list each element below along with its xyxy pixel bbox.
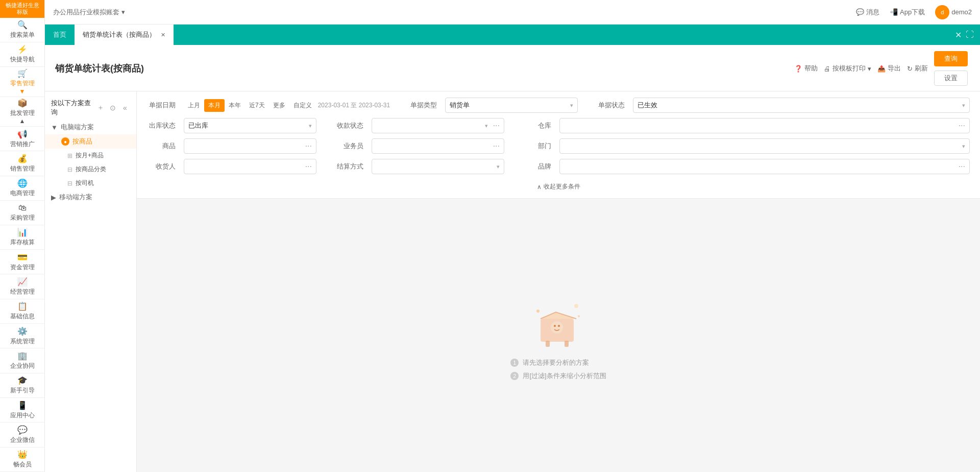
sidebar-item-finance-label: 资金管理 [10, 263, 35, 272]
type-value: 销货单 [450, 101, 567, 110]
filter-area: 单据日期 上月 本月 本年 近7天 更多 自定义 2023-03-01 至 20… [137, 91, 980, 199]
scheme-actions: ＋ ⊙ « [95, 103, 130, 113]
sidebar-item-system[interactable]: ⚙️ 系统管理 [0, 324, 44, 348]
staff-label: 业务员 [335, 141, 363, 151]
scheme-title: 按以下方案查询 [51, 99, 92, 117]
scheme-sub-item-driver[interactable]: ⊟ 按司机 [45, 176, 136, 190]
date-last-7days-btn[interactable]: 近7天 [245, 99, 269, 112]
sidebar-item-marketing-label: 营销推广 [10, 140, 35, 149]
scheme-group-mobile-title[interactable]: ▶ 移动端方案 [45, 190, 136, 204]
sidebar-item-inventory[interactable]: 📊 库存核算 [0, 225, 44, 250]
svg-point-2 [554, 325, 556, 327]
sidebar-item-purchase[interactable]: 🛍 采购管理 [0, 201, 44, 225]
svg-rect-8 [565, 341, 569, 347]
date-custom-btn[interactable]: 自定义 [289, 99, 316, 112]
sidebar-item-retail[interactable]: 🛒 零售管理 ▼ [0, 67, 44, 97]
collapse-button[interactable]: ∧ 收起更多条件 [147, 179, 970, 192]
tip-num-1: 1 [510, 359, 519, 367]
refresh-button[interactable]: ↻ 刷新 [907, 64, 928, 73]
tab-close-window-icon[interactable]: ✕ [955, 30, 962, 40]
help-button[interactable]: ❓ 帮助 [794, 64, 818, 73]
sidebar-item-member[interactable]: 👑 畅会员 [0, 447, 44, 472]
goods-dots[interactable]: ··· [305, 141, 312, 151]
scheme-sub-label-2: 按商品分类 [76, 165, 106, 174]
enterprise-icon: 🏢 [17, 351, 28, 361]
scheme-item-by-goods[interactable]: ● 按商品 [45, 134, 136, 149]
scheme-settings-icon[interactable]: ⊙ [108, 103, 118, 113]
scheme-sub-item-goods-cat[interactable]: ⊟ 按商品分类 [45, 162, 136, 176]
sidebar-item-quick-nav[interactable]: ⚡ 快捷导航 [0, 42, 44, 67]
scheme-sub-icon-2: ⊟ [67, 166, 72, 173]
app-icon: 📲 [890, 8, 898, 16]
scheme-sub-item-month-goods[interactable]: ⊞ 按月+商品 [45, 149, 136, 162]
sidebar-item-sales[interactable]: 💰 销售管理 [0, 151, 44, 176]
tab-maximize-icon[interactable]: ⛶ [966, 30, 974, 39]
scheme-panel: 按以下方案查询 ＋ ⊙ « ▼ 电脑端方案 ● 按商品 [45, 91, 137, 472]
query-button[interactable]: 查询 [934, 51, 968, 66]
sidebar-logo[interactable]: 畅捷通好生意 标版 [0, 0, 44, 18]
sidebar-item-marketing[interactable]: 📢 营销推广 [0, 127, 44, 151]
payment-control[interactable]: ▾ ··· [372, 118, 504, 133]
settle-control[interactable]: ▾ [372, 159, 504, 174]
sidebar-item-wholesale[interactable]: 📦 批发管理 ▲ [0, 97, 44, 127]
user-profile[interactable]: d demo2 [935, 5, 972, 19]
print-button[interactable]: 🖨 按模板打印 ▾ [824, 64, 871, 73]
sidebar-item-enterprise[interactable]: 🏢 企业协同 [0, 348, 44, 373]
sidebar-item-basic[interactable]: 📋 基础信息 [0, 299, 44, 324]
status-control[interactable]: 已生效 ▾ [633, 98, 970, 113]
sidebar-item-member-label: 畅会员 [13, 460, 32, 469]
warehouse-dots[interactable]: ··· [959, 121, 965, 130]
svg-point-6 [574, 304, 578, 308]
main-area: 办公用品行业模拟账套 ▾ 💬 消息 📲 App下载 d demo2 首页 [45, 0, 980, 472]
tab-sales-stat[interactable]: 销货单统计表（按商品） ✕ [75, 25, 174, 45]
scheme-sub-icon-1: ⊞ [67, 152, 72, 159]
sidebar-item-enterprise-label: 企业协同 [10, 362, 35, 370]
date-label: 单据日期 [147, 101, 176, 110]
storage-control[interactable]: 已出库 ▾ [184, 118, 316, 133]
date-last-month-btn[interactable]: 上月 [184, 99, 204, 112]
export-button[interactable]: 📤 导出 [877, 64, 901, 73]
tab-home[interactable]: 首页 [45, 25, 75, 45]
date-this-year-btn[interactable]: 本年 [225, 99, 245, 112]
goods-control[interactable]: ··· [184, 138, 316, 154]
receiver-control[interactable]: ··· [184, 159, 316, 174]
tip-text-1: 请先选择要分析的方案 [523, 358, 589, 367]
staff-dots[interactable]: ··· [493, 141, 500, 151]
receiver-dots[interactable]: ··· [305, 162, 312, 171]
appcenter-icon: 📱 [17, 400, 28, 410]
staff-control[interactable]: ··· [372, 138, 504, 154]
sidebar-item-wechat[interactable]: 💬 企业微信 [0, 422, 44, 447]
scheme-collapse-icon[interactable]: « [120, 103, 130, 113]
app-download-label: App下载 [900, 8, 925, 17]
scheme-mobile-expand-icon: ▶ [51, 194, 56, 201]
sidebar-item-operation[interactable]: 📈 经营管理 [0, 274, 44, 299]
setting-button[interactable]: 设置 [934, 70, 968, 86]
sidebar-item-search[interactable]: 🔍 搜索菜单 [0, 18, 44, 42]
content-area: 销货单统计表(按商品) ❓ 帮助 🖨 按模板打印 ▾ 📤 导出 ↻ 刷新 [45, 45, 980, 472]
date-more-btn[interactable]: 更多 [269, 99, 289, 112]
storage-dropdown-icon: ▾ [309, 123, 312, 129]
sidebar-item-appcenter[interactable]: 📱 应用中心 [0, 398, 44, 422]
brand-dots[interactable]: ··· [959, 162, 965, 171]
app-download-button[interactable]: 📲 App下载 [890, 8, 925, 17]
sidebar-item-finance[interactable]: 💳 资金管理 [0, 250, 44, 274]
brand-control[interactable]: ··· [559, 159, 970, 174]
scheme-add-icon[interactable]: ＋ [95, 103, 106, 113]
date-quick-buttons: 上月 本月 本年 近7天 更多 自定义 2023-03-01 至 2023-03… [184, 99, 390, 112]
payment-dots[interactable]: ··· [493, 121, 500, 130]
dept-control[interactable]: ▾ [559, 138, 970, 154]
sidebar-item-ecommerce[interactable]: 🌐 电商管理 [0, 176, 44, 201]
scheme-group-desktop-title[interactable]: ▼ 电脑端方案 [45, 120, 136, 134]
dept-dropdown-icon: ▾ [962, 143, 965, 150]
sidebar-item-newbie[interactable]: 🎓 新手引导 [0, 373, 44, 398]
refresh-label: 刷新 [915, 64, 928, 73]
tab-close-icon[interactable]: ✕ [161, 32, 165, 38]
scheme-sub-label-3: 按司机 [76, 179, 94, 187]
date-this-month-btn[interactable]: 本月 [204, 99, 225, 112]
top-header-left: 办公用品行业模拟账套 ▾ [53, 8, 125, 17]
warehouse-control[interactable]: ··· [559, 118, 970, 133]
type-control[interactable]: 销货单 ▾ [445, 98, 578, 113]
industry-select[interactable]: 办公用品行业模拟账套 ▾ [53, 8, 125, 17]
message-button[interactable]: 💬 消息 [856, 8, 879, 17]
avatar-text: d [941, 9, 944, 15]
